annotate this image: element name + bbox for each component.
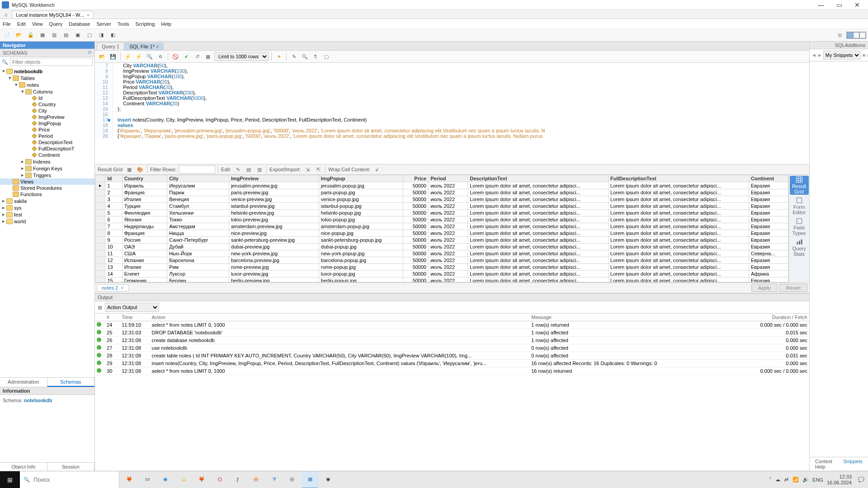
menu-edit[interactable]: Edit (17, 21, 26, 27)
tree-column[interactable]: ImgPreview (38, 114, 64, 120)
taskbar-search-input[interactable] (33, 476, 109, 483)
snippets-select[interactable]: My Snippets (823, 51, 861, 60)
close-icon[interactable]: × (156, 44, 159, 49)
open-file-icon[interactable]: 📂 (98, 52, 107, 61)
tb-icon-5[interactable]: ▥ (49, 30, 60, 41)
tree-column[interactable]: Continent (38, 152, 60, 158)
sqladd-star-icon[interactable]: ★ (862, 51, 866, 59)
filter-rows-input[interactable] (179, 165, 215, 174)
maximize-button[interactable]: ▭ (830, 0, 848, 10)
edit-icon-1[interactable]: ✎ (234, 165, 242, 174)
tree-db-other[interactable]: sakila (14, 198, 27, 204)
tree-column[interactable]: DescriptionText (38, 140, 72, 145)
tray-battery-icon[interactable]: 🗲 (784, 477, 789, 483)
side-result-grid[interactable]: Result Grid (790, 176, 809, 195)
import-icon[interactable]: ⇱ (314, 165, 322, 174)
taskbar-opera-icon[interactable]: O (212, 471, 228, 488)
menu-view[interactable]: View (32, 21, 43, 27)
taskbar-obs-icon[interactable]: ◉ (320, 471, 336, 488)
tree-column[interactable]: FullDescriptionT (38, 146, 74, 151)
tree-db-other[interactable]: world (14, 219, 26, 224)
menu-scripting[interactable]: Scripting (136, 21, 155, 27)
rg-grid-icon[interactable]: ▦ (125, 165, 133, 174)
tree-column[interactable]: ImgPopup (38, 121, 61, 126)
tab-object-info[interactable]: Object Info (0, 463, 47, 471)
export-icon[interactable]: ⇲ (303, 165, 311, 174)
taskbar-search[interactable]: 🔍 (20, 471, 119, 488)
taskbar-clock[interactable]: 12:3316.06.2024 (827, 474, 854, 485)
system-tray[interactable]: ˄ ☁ 🗲 📶 🔊 ENG 12:3316.06.2024 💬 (765, 474, 868, 485)
tree-fks[interactable]: Foreign Keys (33, 166, 62, 171)
tab-session[interactable]: Session (47, 463, 95, 471)
tray-chevron-icon[interactable]: ˄ (769, 477, 772, 483)
menu-file[interactable]: File (3, 21, 11, 27)
revert-button[interactable]: Revert (779, 284, 807, 292)
tb-misc4-icon[interactable]: ▢ (322, 52, 331, 61)
layout-panes[interactable] (846, 32, 866, 39)
tray-lang[interactable]: ENG (812, 477, 823, 483)
taskbar-xampp-icon[interactable]: ▤ (248, 471, 264, 488)
execute-icon[interactable]: ⚡ (123, 52, 132, 61)
tree-table-notes[interactable]: notes (27, 82, 39, 88)
stop-grey-icon[interactable]: ⭘ (156, 52, 165, 61)
close-button[interactable]: ✕ (848, 0, 866, 10)
open-sql-icon[interactable]: 📂 (14, 30, 24, 41)
menu-database[interactable]: Database (69, 21, 90, 27)
taskbar-vscode-icon[interactable]: ⧩ (266, 471, 282, 488)
tb-misc3-icon[interactable]: ¶ (311, 52, 320, 61)
tb-misc1-icon[interactable]: ✎ (289, 52, 298, 61)
tb-icon-7[interactable]: ▣ (72, 30, 83, 41)
tree-db-other[interactable]: sys (14, 205, 22, 211)
close-icon[interactable]: × (87, 12, 90, 18)
filter-objects-input[interactable] (10, 58, 93, 66)
side-field-types[interactable]: Field Types (790, 217, 809, 236)
close-icon[interactable]: × (121, 285, 123, 291)
tree-db-other[interactable]: test (14, 212, 22, 217)
output-grid[interactable]: #TimeActionMessageDuration / Fetch2411:5… (95, 314, 809, 471)
wrap-icon[interactable]: ↲ (373, 165, 381, 174)
tree-views[interactable]: Views (20, 179, 33, 184)
tab-administration[interactable]: Administration (0, 378, 47, 387)
edit-icon-2[interactable]: ▤ (245, 165, 253, 174)
tray-sound-icon[interactable]: 🔊 (802, 477, 809, 483)
tree-funcs[interactable]: Functions (20, 192, 42, 197)
sqladd-next-icon[interactable]: ► (817, 51, 822, 59)
tree-column[interactable]: Period (38, 133, 53, 139)
tree-sprocs[interactable]: Stored Procedures (20, 185, 62, 191)
tb-icon-10[interactable]: ◧ (108, 30, 118, 41)
tab-query1[interactable]: Query 1 (97, 42, 124, 50)
tab-context-help[interactable]: Context Help (811, 458, 838, 470)
tray-wifi-icon[interactable]: 📶 (793, 477, 799, 483)
tree-column[interactable]: Id (38, 95, 42, 101)
taskbar-edge-icon[interactable]: ◉ (157, 471, 174, 488)
tree-tables[interactable]: Tables (20, 75, 35, 81)
menu-query[interactable]: Query (49, 21, 62, 27)
menu-tools[interactable]: Tools (118, 21, 129, 27)
tb-settings-icon[interactable]: ◎ (835, 30, 845, 41)
result-tab-notes2[interactable]: notes 2× (97, 284, 129, 291)
sqladd-prev-icon[interactable]: ◄ (811, 51, 816, 59)
inspector-icon[interactable]: 🔓 (25, 30, 36, 41)
taskbar-workbench-icon[interactable]: ▦ (302, 471, 318, 488)
new-sql-icon[interactable]: 📄 (2, 30, 13, 41)
refresh-icon[interactable]: ⟳ (88, 50, 92, 56)
sql-editor[interactable]: 7 City VARCHAR(50),8 ImgPreview VARCHAR(… (95, 63, 809, 164)
save-file-icon[interactable]: 💾 (108, 52, 118, 61)
taskbar-explorer-icon[interactable]: 🗂 (175, 471, 192, 488)
limit-rows-select[interactable]: Limit to 1000 rows (214, 52, 269, 61)
taskbar-firefox-icon[interactable]: 🦊 (121, 471, 137, 488)
tb-icon-9[interactable]: ◨ (96, 30, 107, 41)
tb-icon-8[interactable]: ▢ (84, 30, 95, 41)
side-form-editor[interactable]: Form Editor (790, 197, 809, 216)
commit-icon[interactable]: ✔ (182, 52, 191, 61)
taskbar-firefox2-icon[interactable]: 🦊 (193, 471, 210, 488)
start-button[interactable]: ⊞ (0, 471, 20, 488)
beautify-icon[interactable]: ✦ (274, 52, 283, 61)
tab-sqlfile1[interactable]: SQL File 1* × (124, 42, 164, 50)
minimize-button[interactable]: — (812, 0, 830, 10)
taskbar-taskview-icon[interactable]: ▭ (139, 471, 156, 488)
rollback-icon[interactable]: ↺ (193, 52, 202, 61)
tab-snippets[interactable]: Snippets (840, 458, 866, 470)
rg-form-icon[interactable]: 🎨 (136, 165, 144, 174)
menu-help[interactable]: Help (161, 21, 171, 27)
